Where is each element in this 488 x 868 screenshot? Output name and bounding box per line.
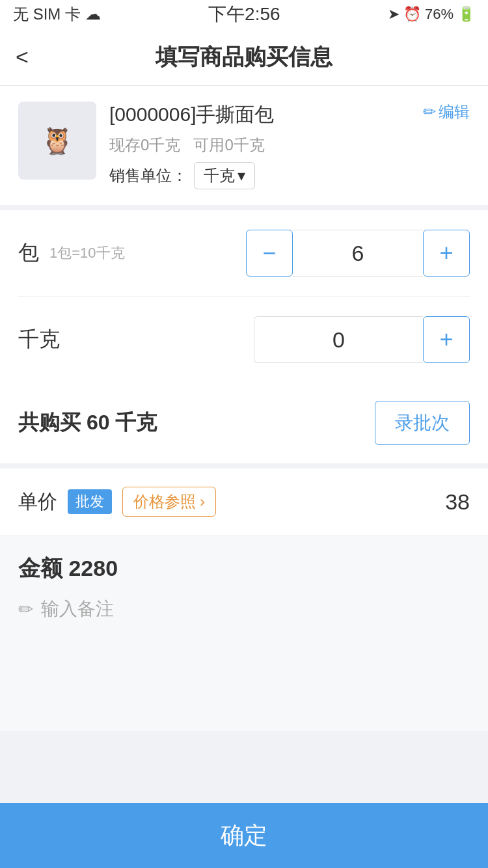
kg-increment-button[interactable]: + xyxy=(423,316,470,363)
edit-icon: ✏ xyxy=(423,103,436,121)
kg-input[interactable] xyxy=(254,316,423,363)
remark-label: 输入备注 xyxy=(41,597,114,621)
kg-label: 千克 xyxy=(18,325,60,354)
package-input-row: 包 1包=10千克 − + xyxy=(18,210,470,297)
owl-icon: 🦉 xyxy=(41,126,74,156)
status-left: 无 SIM 卡 ☁ xyxy=(13,4,101,25)
package-decrement-button[interactable]: − xyxy=(246,230,293,277)
price-section: 单价 批发 价格参照 › 38 xyxy=(0,468,488,536)
status-bar: 无 SIM 卡 ☁ 下午2:56 ➤ ⏰ 76% 🔋 xyxy=(0,0,488,29)
chevron-down-icon: ▾ xyxy=(237,167,245,185)
amount-row: 金额 2280 xyxy=(18,554,470,584)
status-time: 下午2:56 xyxy=(208,2,280,27)
battery-icon: 🔋 xyxy=(457,6,475,23)
price-label: 单价 xyxy=(18,489,57,515)
price-reference-button[interactable]: 价格参照 › xyxy=(122,487,216,517)
package-input[interactable] xyxy=(293,230,423,277)
alarm-icon: ⏰ xyxy=(403,6,421,23)
amount-value: 2280 xyxy=(68,556,118,580)
status-right: ➤ ⏰ 76% 🔋 xyxy=(388,6,475,23)
pencil-icon: ✏ xyxy=(18,599,33,620)
kg-input-row: 千克 + xyxy=(18,297,470,383)
price-type-tag: 批发 xyxy=(68,489,112,514)
unit-selector[interactable]: 千克 ▾ xyxy=(194,162,255,189)
remark-row[interactable]: ✏ 输入备注 xyxy=(18,597,470,621)
back-button[interactable]: < xyxy=(16,44,29,70)
page-title: 填写商品购买信息 xyxy=(156,42,332,72)
total-text: 共购买 60 千克 xyxy=(18,409,157,437)
product-thumbnail: 🦉 xyxy=(18,102,96,180)
nav-bar: < 填写商品购买信息 xyxy=(0,29,488,86)
location-icon: ➤ xyxy=(388,6,400,23)
input-section: 包 1包=10千克 − + 千克 + xyxy=(0,210,488,383)
amount-section: 金额 2280 ✏ 输入备注 xyxy=(0,536,488,731)
product-info: [0000006]手撕面包 现存0千克 可用0千克 销售单位： 千克 ▾ xyxy=(109,102,410,189)
kg-input-control: + xyxy=(254,316,470,363)
sim-status: 无 SIM 卡 ☁ xyxy=(13,4,101,25)
chevron-right-icon: › xyxy=(200,493,205,511)
confirm-button[interactable]: 确定 xyxy=(0,803,488,868)
total-amount: 60 xyxy=(87,411,110,434)
product-unit-row: 销售单位： 千克 ▾ xyxy=(109,162,410,189)
package-hint: 1包=10千克 xyxy=(49,243,125,263)
price-value: 38 xyxy=(445,489,470,515)
product-card: 🦉 [0000006]手撕面包 现存0千克 可用0千克 销售单位： 千克 ▾ ✏… xyxy=(0,86,488,210)
package-input-control: − + xyxy=(246,230,470,277)
product-stock: 现存0千克 可用0千克 xyxy=(109,135,410,156)
batch-button[interactable]: 录批次 xyxy=(375,401,470,445)
product-name: [0000006]手撕面包 xyxy=(109,102,410,128)
package-label: 包 1包=10千克 xyxy=(18,239,125,267)
total-section: 共购买 60 千克 录批次 xyxy=(0,383,488,468)
edit-button[interactable]: ✏ 编辑 xyxy=(423,102,470,122)
battery-level: 76% xyxy=(425,6,454,23)
package-increment-button[interactable]: + xyxy=(423,230,470,277)
